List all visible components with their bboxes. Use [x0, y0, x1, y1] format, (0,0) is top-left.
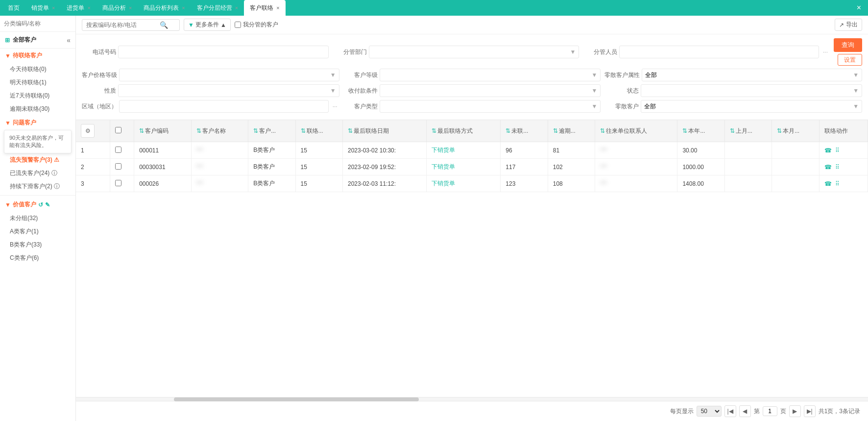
sidebar-group-problem-customers[interactable]: ▼ 问题客户 [0, 116, 75, 130]
dept-select[interactable]: ▼ [369, 46, 579, 58]
per-page-select[interactable]: 50 20 100 [697, 406, 722, 417]
tab-purchase-order[interactable]: 进货单 × [61, 0, 96, 16]
tab-close-customer-contact[interactable]: × [276, 5, 279, 11]
filter-payment: 收付款条件 ▼ [343, 84, 601, 97]
tab-customer-contact[interactable]: 客户联络 × [244, 0, 285, 16]
edit-icon[interactable]: ✎ [45, 201, 50, 208]
sidebar-item-ungrouped[interactable]: 未分组(32) [0, 212, 75, 225]
prev-page-button[interactable]: ◀ [739, 405, 751, 417]
zero-attr-select[interactable]: 全部 ▼ [642, 69, 862, 81]
status-select[interactable]: ▼ [641, 84, 862, 97]
more-dots-person[interactable]: ··· [821, 49, 830, 55]
row-last-contact-method[interactable]: 下销货单 [427, 159, 501, 175]
th-settings[interactable]: ⚙ [76, 120, 110, 142]
tab-close-product-analysis[interactable]: × [129, 5, 132, 11]
region-select[interactable] [119, 100, 329, 113]
th-no-contact[interactable]: ⇅未联... [501, 120, 548, 142]
sidebar-group-pending-contact[interactable]: ▼ 待联络客户 [0, 49, 75, 63]
th-code[interactable]: ⇅客户编码 [134, 120, 192, 142]
tab-customer-tier[interactable]: 客户分层经营 × [191, 0, 244, 16]
contact-icon[interactable]: ☎ [824, 180, 832, 187]
th-checkbox[interactable] [110, 120, 134, 142]
more-action-icon[interactable]: ⠿ [835, 180, 840, 187]
search-button[interactable]: 🔍 [160, 21, 168, 29]
sidebar-item-overdue-contact[interactable]: 逾期未联络(30) [0, 102, 75, 116]
last-page-button[interactable]: ▶| [804, 405, 816, 417]
horizontal-scrollbar[interactable] [76, 397, 868, 401]
sidebar-item-class-c[interactable]: C类客户(6) [0, 251, 75, 265]
person-select[interactable] [619, 46, 819, 58]
close-all-tabs-button[interactable]: × [852, 3, 866, 12]
contact-icon[interactable]: ☎ [824, 164, 832, 171]
row-checkbox[interactable] [110, 142, 134, 159]
export-button[interactable]: ↗ 导出 [835, 19, 862, 31]
sidebar-all-customers[interactable]: ⊞ 全部客户 « [0, 32, 75, 49]
more-conditions-button[interactable]: ▼ 更多条件 ▲ [184, 19, 231, 31]
sidebar-item-declining[interactable]: 持续下滑客户(2) ⓘ [0, 180, 75, 193]
more-dots-region[interactable]: ··· [331, 103, 339, 110]
th-type[interactable]: ⇅客户... [248, 120, 295, 142]
tab-sales-order[interactable]: 销货单 × [25, 0, 61, 16]
more-action-icon[interactable]: ⠿ [835, 164, 840, 171]
payment-select[interactable]: ▼ [380, 84, 601, 97]
refresh-icon[interactable]: ↺ [38, 201, 43, 208]
next-page-button[interactable]: ▶ [789, 405, 801, 417]
row-last-month [724, 175, 772, 192]
query-button[interactable]: 查询 [834, 38, 862, 52]
select-all-checkbox[interactable] [115, 127, 121, 133]
level-select[interactable]: ▼ [380, 69, 601, 81]
sidebar-item-7days-pending[interactable]: 近7天待联络(0) [0, 89, 75, 102]
scrollbar-thumb[interactable] [174, 397, 419, 401]
tab-close-customer-tier[interactable]: × [235, 5, 238, 11]
gender-select[interactable]: ▼ [118, 84, 339, 97]
th-last-contact-method[interactable]: ⇅最后联络方式 [427, 120, 501, 142]
row-last-contact-method[interactable]: 下销货单 [427, 175, 501, 192]
sidebar-collapse-icon[interactable]: « [67, 36, 71, 44]
settings-button[interactable]: 设置 [838, 54, 862, 66]
tab-close-product-analysis-list[interactable]: × [182, 5, 185, 11]
th-last-contact-date[interactable]: ⇅最后联络日期 [342, 120, 426, 142]
th-company-contact[interactable]: ⇅往来单位联系人 [595, 120, 677, 142]
tab-product-analysis[interactable]: 商品分析 × [96, 0, 138, 16]
sidebar-search-input[interactable] [4, 20, 76, 27]
th-this-month[interactable]: ⇅本月... [772, 120, 819, 142]
sidebar-item-tomorrow-pending[interactable]: 明天待联络(1) [0, 76, 75, 89]
row-last-contact-date: 2023-03-02 10:30: [342, 142, 426, 159]
sidebar-group-value-customers[interactable]: ▼ 价值客户 ↺ ✎ [0, 198, 75, 212]
price-level-select[interactable]: ▼ [119, 69, 339, 81]
tab-product-analysis-list[interactable]: 商品分析列表 × [138, 0, 191, 16]
sidebar-search-container: 🔍 [0, 16, 75, 32]
th-contact[interactable]: ⇅联络... [295, 120, 342, 142]
search-input[interactable] [86, 22, 160, 28]
more-action-icon[interactable]: ⠿ [835, 147, 840, 154]
phone-input[interactable] [118, 46, 329, 58]
th-this-year[interactable]: ⇅本年... [677, 120, 724, 142]
row-last-contact-method[interactable]: 下销货单 [427, 142, 501, 159]
action-buttons: 查询 设置 [834, 38, 862, 66]
top-tab-bar: 首页 销货单 × 进货单 × 商品分析 × 商品分析列表 × 客户分层经营 × … [0, 0, 868, 16]
sidebar-item-churn-warning[interactable]: 流失预警客户(3) ⚠ [0, 153, 75, 167]
th-overdue[interactable]: ⇅逾期... [548, 120, 595, 142]
table-settings-gear[interactable]: ⚙ [81, 124, 95, 138]
row-action[interactable]: ☎ ⠿ [819, 159, 868, 175]
row-checkbox[interactable] [110, 175, 134, 192]
row-action[interactable]: ☎ ⠿ [819, 175, 868, 192]
sidebar-item-class-b[interactable]: B类客户(33) [0, 238, 75, 251]
first-page-button[interactable]: |◀ [724, 405, 736, 417]
my-customers-checkbox-label[interactable]: 我分管的客户 [235, 21, 278, 29]
sidebar-item-churned[interactable]: 已流失客户(24) ⓘ [0, 167, 75, 180]
contact-icon[interactable]: ☎ [824, 147, 832, 154]
th-name[interactable]: ⇅客户名称 [191, 120, 248, 142]
tab-close-sales-order[interactable]: × [52, 5, 55, 11]
tab-close-purchase-order[interactable]: × [87, 5, 90, 11]
row-checkbox[interactable] [110, 159, 134, 175]
my-customers-checkbox[interactable] [235, 22, 241, 28]
row-action[interactable]: ☎ ⠿ [819, 142, 868, 159]
zero-customer-select[interactable]: 全部 ▼ [641, 100, 862, 113]
sidebar-item-today-pending[interactable]: 今天待联络(0) [0, 63, 75, 76]
tab-home[interactable]: 首页 [2, 0, 25, 16]
customer-type-select[interactable]: ▼ [380, 100, 601, 113]
page-input[interactable] [763, 406, 777, 416]
sidebar-item-class-a[interactable]: A类客户(1) [0, 225, 75, 238]
th-last-month[interactable]: ⇅上月... [724, 120, 772, 142]
